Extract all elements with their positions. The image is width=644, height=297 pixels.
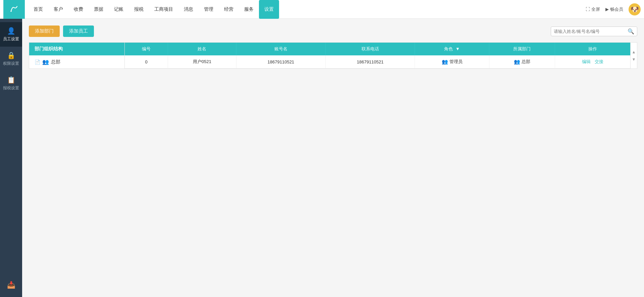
col-name: 姓名	[168, 43, 236, 55]
col-phone: 联系电话	[325, 43, 415, 55]
sidebar-item-employee-label: 员工设置	[3, 36, 19, 42]
col-ops: 操作	[555, 43, 630, 55]
cell-role: 👥 管理员	[415, 55, 489, 68]
nav-items: 首页客户收费票据记账报税工商项目消息管理经营服务设置	[28, 0, 586, 19]
sidebar-item-tax-label: 报税设置	[3, 85, 19, 91]
tree-file-icon: 📄	[35, 59, 40, 65]
search-area: 🔍	[551, 27, 637, 36]
nav-item-报税[interactable]: 报税	[129, 0, 149, 19]
col-id: 编号	[125, 43, 168, 55]
cell-id: 0	[125, 55, 168, 68]
scroll-arrows: ▲ ▼	[630, 43, 637, 68]
sidebar-item-employee[interactable]: 👤 员工设置	[0, 22, 22, 47]
vip-label: 畅会员	[610, 6, 623, 12]
nav-item-收费[interactable]: 收费	[68, 0, 89, 19]
handover-button[interactable]: 交接	[595, 59, 603, 64]
right-area: ⛶ 全屏 ▶ 畅会员 🐶	[586, 3, 641, 15]
fullscreen-icon: ⛶	[586, 7, 590, 12]
tax-icon: 📋	[7, 76, 15, 84]
nav-item-首页[interactable]: 首页	[28, 0, 48, 19]
avatar[interactable]: 🐶	[629, 3, 641, 15]
table-header: 编号 姓名 账号名 联系电话 角色 ▼ 所属部门 操作	[125, 43, 630, 55]
col-role: 角色 ▼	[415, 43, 489, 55]
sidebar-item-tax[interactable]: 📋 报税设置	[0, 71, 22, 96]
employee-icon: 👤	[7, 27, 15, 35]
nav-item-票据[interactable]: 票据	[89, 0, 109, 19]
table-body: 0 用户0521 18679110521 18679110521 👥 管理员	[125, 55, 630, 68]
cell-phone: 18679110521	[325, 55, 415, 68]
add-dept-button[interactable]: 添加部门	[29, 26, 60, 37]
nav-item-记账[interactable]: 记账	[109, 0, 129, 19]
scroll-up-arrow[interactable]: ▲	[631, 48, 637, 56]
employee-table: 编号 姓名 账号名 联系电话 角色 ▼ 所属部门 操作	[125, 43, 630, 68]
toolbar: 添加部门 添加员工 🔍	[29, 26, 637, 37]
search-icon[interactable]: 🔍	[628, 28, 634, 35]
search-input[interactable]	[554, 29, 628, 34]
tree-item-label: 总部	[51, 59, 60, 65]
nav-item-管理[interactable]: 管理	[199, 0, 219, 19]
nav-item-设置[interactable]: 设置	[259, 0, 279, 19]
role-label: 管理员	[449, 59, 463, 65]
scroll-down-arrow[interactable]: ▼	[631, 56, 637, 63]
sidebar-bottom: 📥	[0, 276, 22, 297]
main-layout: 👤 员工设置 🔒 权限设置 📋 报税设置 📥 添加部门 添加员工 🔍	[0, 19, 644, 297]
tree-item-headquarters[interactable]: 📄 👥 总部	[29, 55, 124, 68]
sidebar-item-permission-label: 权限设置	[3, 61, 19, 66]
svg-point-0	[9, 4, 19, 14]
cell-name: 用户0521	[168, 55, 236, 68]
dept-icon: 👥	[514, 59, 520, 65]
add-emp-button[interactable]: 添加员工	[63, 26, 94, 37]
edit-button[interactable]: 编辑	[582, 59, 591, 64]
fullscreen-label: 全屏	[591, 6, 600, 12]
content-area: 添加部门 添加员工 🔍 部门组织结构 📄 👥 总部	[22, 19, 644, 297]
nav-item-经营[interactable]: 经营	[219, 0, 239, 19]
sidebar-item-permission[interactable]: 🔒 权限设置	[0, 47, 22, 71]
table-row: 0 用户0521 18679110521 18679110521 👥 管理员	[125, 55, 630, 68]
sidebar-item-download[interactable]: 📥	[0, 276, 22, 294]
svg-point-1	[10, 10, 12, 12]
role-icon: 👥	[442, 59, 448, 65]
tree-header: 部门组织结构	[29, 43, 124, 55]
tree-user-icon: 👥	[42, 59, 49, 65]
top-nav: 首页客户收费票据记账报税工商项目消息管理经营服务设置 ⛶ 全屏 ▶ 畅会员 🐶	[0, 0, 644, 19]
cell-account: 18679110521	[236, 55, 325, 68]
col-dept: 所属部门	[489, 43, 555, 55]
nav-item-消息[interactable]: 消息	[178, 0, 199, 19]
download-icon: 📥	[7, 281, 15, 289]
filter-icon[interactable]: ▼	[455, 46, 460, 51]
table-section: 部门组织结构 📄 👥 总部 编号 姓名 账号名 联系电话	[29, 42, 637, 69]
fullscreen-button[interactable]: ⛶ 全屏	[586, 6, 600, 12]
nav-item-工商项目[interactable]: 工商项目	[149, 0, 178, 19]
col-account: 账号名	[236, 43, 325, 55]
nav-item-服务[interactable]: 服务	[239, 0, 259, 19]
dept-label: 总部	[522, 59, 530, 65]
vip-button[interactable]: ▶ 畅会员	[605, 6, 623, 12]
left-tree: 部门组织结构 📄 👥 总部	[29, 43, 125, 68]
cell-dept: 👥 总部	[489, 55, 555, 68]
sidebar: 👤 员工设置 🔒 权限设置 📋 报税设置 📥	[0, 19, 22, 297]
cell-ops: 编辑 交接	[555, 55, 630, 68]
vip-icon: ▶	[605, 7, 609, 12]
permission-icon: 🔒	[7, 51, 15, 59]
nav-item-客户[interactable]: 客户	[48, 0, 68, 19]
right-table: 编号 姓名 账号名 联系电话 角色 ▼ 所属部门 操作	[125, 43, 630, 68]
logo	[3, 0, 25, 19]
